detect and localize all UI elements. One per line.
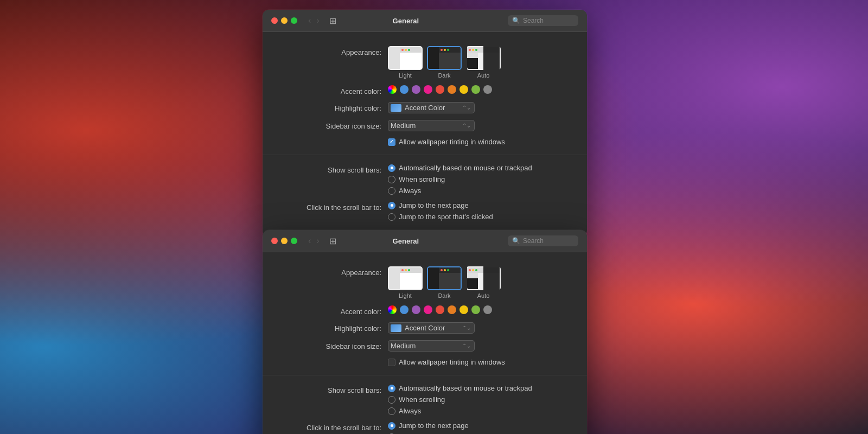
appearance-label-bottom: Appearance: [276, 266, 381, 277]
appearance-light-bottom[interactable]: Light [388, 266, 423, 299]
sidebar-dropdown-bottom[interactable]: Medium ⌃⌄ [388, 340, 475, 352]
accent-green-bottom[interactable] [471, 305, 480, 314]
sidebar-row-bottom: Sidebar icon size: Medium ⌃⌄ [263, 337, 587, 355]
appearance-options-top: Light Dark [388, 46, 501, 79]
click-scroll-row-top: Click in the scroll bar to: Jump to the … [263, 198, 587, 224]
click-scroll-spot-top[interactable]: Jump to the spot that's clicked [388, 213, 493, 221]
appearance-content-bottom: Light Dark [388, 266, 574, 299]
scrollbars-scrolling-bottom[interactable]: When scrolling [388, 395, 532, 404]
auto-dot-y [472, 49, 474, 51]
accent-red-bottom[interactable] [436, 305, 444, 314]
appearance-dark-top[interactable]: Dark [427, 46, 462, 79]
scrollbars-row-bottom: Show scroll bars: Automatically based on… [263, 381, 587, 418]
maximize-button-bottom[interactable] [291, 238, 297, 244]
sidebar-content-bottom: Medium ⌃⌄ [388, 340, 574, 352]
traffic-lights-top [271, 17, 297, 24]
minimize-button-bottom[interactable] [281, 238, 288, 244]
wallpaper-checkbox-bottom[interactable] [388, 359, 395, 366]
accent-pink-top[interactable] [424, 85, 432, 94]
click-scroll-radio-group-top: Jump to the next page Jump to the spot t… [388, 201, 493, 221]
scrollbars-always-label-top: Always [399, 187, 421, 195]
auto-label-bottom: Auto [477, 292, 490, 299]
search-icon-top: 🔍 [512, 17, 520, 24]
dark-dot-y-b [444, 269, 446, 271]
accent-graphite-top[interactable] [483, 85, 492, 94]
auto-dot-y-b [472, 269, 474, 271]
window-title-top: General [308, 17, 503, 25]
accent-label-bottom: Accent color: [276, 305, 381, 316]
close-button-bottom[interactable] [271, 238, 278, 244]
scrollbars-content-bottom: Automatically based on mouse or trackpad… [388, 384, 574, 415]
sidebar-dropdown-top[interactable]: Medium ⌃⌄ [388, 120, 475, 131]
appearance-auto-top[interactable]: Auto [466, 46, 501, 79]
auto-dot-r-b [469, 269, 471, 271]
scrollbars-radio-group-bottom: Automatically based on mouse or trackpad… [388, 384, 532, 415]
accent-blue-bottom[interactable] [400, 305, 409, 314]
scrollbars-always-top[interactable]: Always [388, 187, 532, 195]
appearance-label-top: Appearance: [276, 46, 381, 56]
highlight-dropdown-arrow-bottom: ⌃⌄ [462, 325, 471, 331]
accent-orange-top[interactable] [448, 85, 456, 94]
click-scroll-radio-group-bottom: Jump to the next page Jump to the spot t… [388, 422, 493, 434]
scrollbars-always-radio-bottom [388, 407, 395, 415]
light-dot-g-b [408, 269, 410, 271]
accent-row-top: Accent color: [263, 82, 587, 99]
accent-yellow-top[interactable] [459, 85, 468, 94]
minimize-button-top[interactable] [281, 17, 288, 24]
accent-orange-bottom[interactable] [448, 305, 456, 314]
highlight-dropdown-bottom[interactable]: Accent Color ⌃⌄ [388, 322, 475, 334]
sidebar-label-top: Sidebar icon size: [276, 120, 381, 130]
search-box-top[interactable]: 🔍 Search [508, 15, 578, 26]
accent-multicolor-top[interactable] [388, 85, 397, 94]
traffic-lights-bottom [271, 238, 297, 244]
appearance-light-top[interactable]: Light [388, 46, 423, 79]
click-scroll-spot-radio-top [388, 213, 395, 221]
separator-top [263, 155, 587, 155]
appearance-auto-bottom[interactable]: Auto [466, 266, 501, 299]
light-label-top: Light [399, 72, 412, 79]
close-button-top[interactable] [271, 17, 278, 24]
appearance-dark-bottom[interactable]: Dark [427, 266, 462, 299]
accent-yellow-bottom[interactable] [459, 305, 468, 314]
click-scroll-next-top[interactable]: Jump to the next page [388, 201, 493, 209]
scrollbars-row-top: Show scroll bars: Automatically based on… [263, 161, 587, 198]
wallpaper-checkbox-label-top: Allow wallpaper tinting in windows [399, 138, 505, 146]
scrollbars-scrolling-label-bottom: When scrolling [399, 395, 445, 404]
accent-blue-top[interactable] [400, 85, 409, 94]
scrollbars-label-bottom: Show scroll bars: [276, 384, 381, 394]
accent-purple-bottom[interactable] [412, 305, 420, 314]
accent-multicolor-bottom[interactable] [388, 305, 397, 314]
highlight-dropdown-top[interactable]: Accent Color ⌃⌄ [388, 102, 475, 113]
accent-content-bottom [388, 305, 574, 314]
scrollbars-auto-top[interactable]: Automatically based on mouse or trackpad [388, 164, 532, 172]
highlight-row-top: Highlight color: Accent Color ⌃⌄ [263, 99, 587, 117]
accent-row-bottom: Accent color: [263, 302, 587, 319]
search-box-bottom[interactable]: 🔍 Search [508, 235, 578, 246]
accent-purple-top[interactable] [412, 85, 420, 94]
scrollbars-scrolling-top[interactable]: When scrolling [388, 175, 532, 183]
click-scroll-next-bottom[interactable]: Jump to the next page [388, 422, 493, 430]
scrollbars-scrolling-radio-bottom [388, 396, 395, 404]
click-scroll-next-radio-bottom [388, 422, 395, 430]
dark-dot-g-b [447, 269, 449, 271]
accent-label-top: Accent color: [276, 85, 381, 95]
auto-topbar-top [467, 47, 500, 53]
highlight-label-bottom: Highlight color: [276, 322, 381, 333]
accent-red-top[interactable] [436, 85, 444, 94]
content-bottom: Appearance: Light [263, 252, 587, 434]
click-scroll-label-bottom: Click in the scroll bar to: [276, 422, 381, 432]
accent-pink-bottom[interactable] [424, 305, 432, 314]
light-dot-y [405, 49, 407, 51]
light-label-bottom: Light [399, 292, 412, 299]
maximize-button-top[interactable] [291, 17, 297, 24]
dark-label-bottom: Dark [438, 292, 450, 299]
accent-green-top[interactable] [471, 85, 480, 94]
wallpaper-checkbox-row-top: Allow wallpaper tinting in windows [388, 138, 505, 146]
highlight-content-bottom: Accent Color ⌃⌄ [388, 322, 574, 334]
scrollbars-auto-bottom[interactable]: Automatically based on mouse or trackpad [388, 384, 532, 392]
wallpaper-empty-label-top [276, 138, 381, 140]
accent-graphite-bottom[interactable] [483, 305, 492, 314]
wallpaper-checkbox-top[interactable] [388, 138, 395, 146]
scrollbars-always-bottom[interactable]: Always [388, 407, 532, 415]
scrollbars-auto-label-bottom: Automatically based on mouse or trackpad [399, 384, 532, 392]
